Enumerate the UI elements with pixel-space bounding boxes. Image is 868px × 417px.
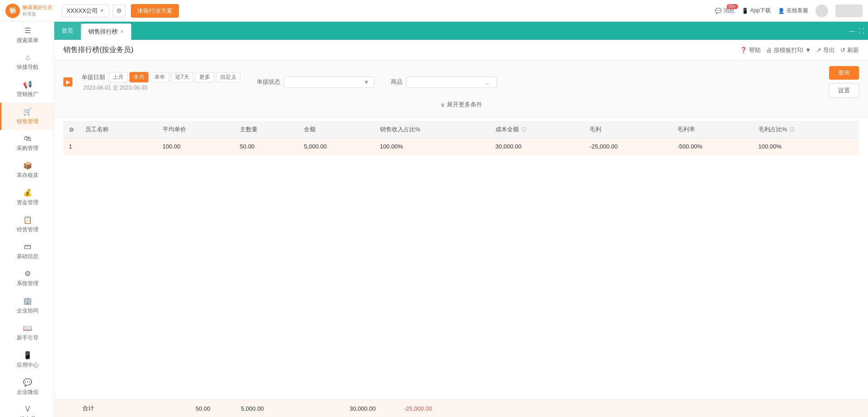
sidebar-item-2[interactable]: 📢 营销推广 <box>0 76 54 103</box>
tab-bar: 首页 销售排行榜 × — ⛶ <box>54 22 868 40</box>
page-title: 销售排行榜(按业务员) <box>63 45 134 55</box>
tab-sales-ranking[interactable]: 销售排行榜 × <box>81 24 131 40</box>
query-button[interactable]: 查询 <box>829 66 859 80</box>
sidebar-label-11: 新手引导 <box>17 334 38 342</box>
download-icon: 📱 <box>742 8 748 14</box>
footer-label: 合计 <box>82 404 150 412</box>
header-actions: ❓ 帮助 🖨 按模板打印 ▼ ↗ 导出 ↺ <box>740 46 859 54</box>
goods-filter-input[interactable]: ... <box>406 77 497 88</box>
sidebar-item-7[interactable]: 📋 经营管理 <box>0 211 54 238</box>
col-settings[interactable]: ⚙ <box>63 121 80 139</box>
sidebar-item-8[interactable]: 🗃 基础信息 <box>0 238 54 265</box>
message-badge: 99+ <box>727 4 738 9</box>
sidebar-icon-4: 🛍 <box>24 134 31 143</box>
cell-cost-amount-0: 30,000.00 <box>490 139 584 155</box>
sidebar-label-6: 资金管理 <box>17 199 38 206</box>
avatar[interactable] <box>815 5 828 17</box>
date-btn-7days[interactable]: 近7天 <box>171 72 193 82</box>
sidebar-item-4[interactable]: 🛍 采购管理 <box>0 130 54 157</box>
tab-minimize-icon[interactable]: — <box>849 28 855 34</box>
filter-settings-button[interactable]: 设置 <box>829 83 859 98</box>
status-dropdown-icon: ▼ <box>364 79 369 86</box>
top-bar: 畅 畅康通好生意 标准版 XXXXX公司 ▼ ⚙ 体验行业方案 💬 消息 99+… <box>0 0 868 22</box>
sidebar-icon-14: V <box>25 405 30 413</box>
sidebar-item-12[interactable]: 📱 应用中心 <box>0 346 54 374</box>
col-amount: 全额 <box>298 121 374 139</box>
sidebar-item-13[interactable]: 💬 企业微信 <box>0 374 54 401</box>
gross-ratio-info-icon[interactable]: ⓘ <box>790 127 795 132</box>
cell-main-qty-0: 50.00 <box>235 139 299 155</box>
query-area: 查询 设置 <box>829 66 859 98</box>
filter-section: ▶ 单据日期 上月 本月 本年 近7天 更多 <box>54 61 868 117</box>
sidebar-icon-12: 📱 <box>23 351 32 359</box>
column-settings-icon[interactable]: ⚙ <box>69 126 74 133</box>
app-download-button[interactable]: 📱 App下载 <box>742 7 771 14</box>
sidebar-label-2: 营销推广 <box>17 91 38 98</box>
table-container: ⚙ 员工名称 平均单价 主数量 全额 销售收入占比% 成本全额 ⓘ <box>54 121 868 155</box>
tab-right-controls: — ⛶ <box>849 22 868 40</box>
status-filter-select[interactable]: ▼ <box>284 77 374 88</box>
col-cost-amount: 成本全额 ⓘ <box>490 121 584 139</box>
expand-more-row: ∨ 展开更多条件 <box>63 98 859 111</box>
support-icon: 👤 <box>778 8 785 14</box>
export-button[interactable]: ↗ 导出 <box>816 46 835 54</box>
sidebar-label-10: 企业协同 <box>17 307 38 315</box>
cell-name-0 <box>80 139 157 155</box>
top-right-area: 💬 消息 99+ 📱 App下载 👤 在线客服 <box>715 5 863 17</box>
expand-more-button[interactable]: ∨ 展开更多条件 <box>441 101 482 109</box>
footer-gross-profit: -25,000.00 <box>404 405 458 412</box>
sidebar-item-14[interactable]: V 畅会员 <box>0 401 54 417</box>
sidebar-item-5[interactable]: 📦 库存核算 <box>0 157 54 184</box>
sidebar-item-0[interactable]: ☰ 搜索菜单 <box>0 22 54 49</box>
date-range-display: 2023-06-01 至 2023-06-30 <box>83 85 147 91</box>
help-button[interactable]: ❓ 帮助 <box>740 46 761 54</box>
sidebar-icon-6: 💰 <box>23 188 32 197</box>
filter-expand-arrow[interactable]: ▶ <box>63 77 72 86</box>
trial-button[interactable]: 体验行业方案 <box>131 4 179 18</box>
sidebar: ☰ 搜索菜单 ⌂ 快捷导航 📢 营销推广 🛒 销售管理 🛍 采购管理 📦 库存核… <box>0 22 54 417</box>
settings-icon[interactable]: ⚙ <box>113 5 125 17</box>
sidebar-item-10[interactable]: 🏢 企业协同 <box>0 292 54 319</box>
logo-area: 畅 畅康通好生意 标准版 <box>5 4 53 18</box>
col-gross-profit: 毛利 <box>584 121 672 139</box>
sidebar-item-1[interactable]: ⌂ 快捷导航 <box>0 49 54 76</box>
sales-ranking-table: ⚙ 员工名称 平均单价 主数量 全额 销售收入占比% 成本全额 ⓘ <box>63 121 859 155</box>
tab-close-icon[interactable]: × <box>120 29 124 35</box>
date-btn-this-year[interactable]: 本年 <box>150 72 169 82</box>
active-tab-label: 销售排行榜 <box>88 28 118 36</box>
filter-row-1: ▶ 单据日期 上月 本月 本年 近7天 更多 <box>63 66 859 98</box>
message-button[interactable]: 💬 消息 99+ <box>715 7 734 14</box>
refresh-button[interactable]: ↺ 刷新 <box>840 46 859 54</box>
sidebar-icon-7: 📋 <box>23 216 32 224</box>
logo-icon: 畅 <box>5 4 20 18</box>
sidebar-item-9[interactable]: ⚙ 系统管理 <box>0 265 54 292</box>
company-selector[interactable]: XXXXX公司 ▼ <box>62 5 109 17</box>
table-footer: 合计 50.00 5,000.00 30,000.00 -25,000.00 <box>54 399 868 417</box>
date-btn-more[interactable]: 更多 <box>195 72 214 82</box>
template-print-button[interactable]: 🖨 按模板打印 ▼ <box>766 46 811 54</box>
sidebar-icon-3: 🛒 <box>23 107 32 116</box>
status-filter-group: 单据状态 ▼ <box>257 77 374 88</box>
footer-cost-amount: 30,000.00 <box>350 405 404 412</box>
sidebar-item-6[interactable]: 💰 资金管理 <box>0 184 54 211</box>
status-filter-label: 单据状态 <box>257 78 280 86</box>
sidebar-icon-11: 📖 <box>23 324 32 332</box>
cost-amount-info-icon[interactable]: ⓘ <box>522 127 527 132</box>
online-support-button[interactable]: 👤 在线客服 <box>778 7 808 14</box>
date-filter-group: 单据日期 上月 本月 本年 近7天 更多 自定义 <box>82 72 240 92</box>
sidebar-label-8: 基础信息 <box>17 253 38 260</box>
message-icon: 💬 <box>715 8 722 14</box>
sidebar-item-3[interactable]: 🛒 销售管理 <box>0 103 54 130</box>
page-header: 销售排行榜(按业务员) ❓ 帮助 🖨 按模板打印 ▼ ↗ <box>54 40 868 61</box>
date-btn-this-month[interactable]: 本月 <box>129 72 149 82</box>
tab-expand-icon[interactable]: ⛶ <box>858 28 864 34</box>
tab-home[interactable]: 首页 <box>54 22 81 40</box>
sidebar-icon-10: 🏢 <box>23 297 32 305</box>
sidebar-icon-8: 🗃 <box>24 243 31 251</box>
date-btn-prev-month[interactable]: 上月 <box>109 72 128 82</box>
sidebar-item-11[interactable]: 📖 新手引导 <box>0 319 54 346</box>
sidebar-icon-13: 💬 <box>23 378 32 387</box>
date-btn-custom[interactable]: 自定义 <box>216 72 240 82</box>
goods-ellipsis-button[interactable]: ... <box>483 79 492 86</box>
sidebar-icon-0: ☰ <box>24 26 31 35</box>
